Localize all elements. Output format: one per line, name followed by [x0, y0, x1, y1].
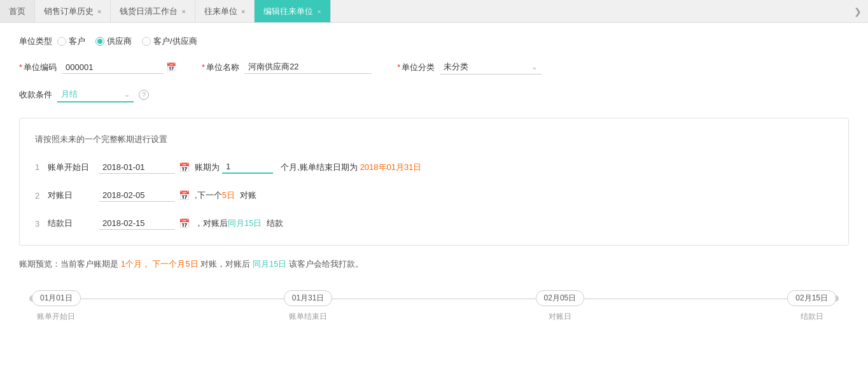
period-row2-suffix: 对账 — [240, 190, 256, 201]
timeline-item-2: 01月31日 账单结束日 — [284, 290, 333, 322]
period-row2-prefix: ,下一个 — [195, 190, 222, 201]
unit-category-required: * — [397, 62, 400, 72]
period-row-1: 1 账单开始日 📅 账期为 个月,账单结束日期为 2018年01月31日 — [35, 160, 833, 174]
tab-partner[interactable]: 往来单位 × — [195, 0, 255, 22]
tab-close-partner[interactable]: × — [241, 8, 245, 15]
unit-code-input[interactable] — [62, 61, 164, 74]
payment-condition-label: 收款条件 — [19, 89, 52, 101]
period-reconcile-calendar-icon[interactable]: 📅 — [179, 190, 190, 201]
unit-category-value: 未分类 — [444, 61, 531, 73]
period-start-date-input[interactable] — [99, 161, 175, 174]
period-row2-highlight: 5日 — [222, 190, 235, 201]
unit-code-field: * 单位编码 📅 — [19, 61, 176, 74]
preview-section: 账期预览：当前客户账期是 1个月， 下一个月5日 对账，对账后 同月15日 该客… — [19, 258, 849, 270]
unit-name-label: 单位名称 — [206, 62, 239, 73]
unit-category-arrow-icon: ⌄ — [531, 62, 538, 71]
radio-customer-label: 客户 — [69, 36, 85, 47]
radio-both-circle — [142, 37, 151, 46]
timeline-label-1: 账单开始日 — [37, 311, 75, 322]
radio-supplier-circle — [95, 37, 104, 46]
radio-customer-circle — [57, 37, 66, 46]
timeline-items: 01月01日 账单开始日 01月31日 账单结束日 02月05日 对账日 02月… — [32, 290, 836, 322]
timeline-badge-3: 02月05日 — [536, 290, 585, 306]
period-num-1: 1 — [35, 162, 48, 172]
preview-suffix: 该客户会给我打款。 — [289, 259, 363, 269]
unit-code-label: 单位编码 — [24, 62, 57, 73]
payment-condition-row: 收款条件 月结 ⌄ ? — [19, 87, 849, 102]
period-settings-box: 请按照未来的一个完整帐期进行设置 1 账单开始日 📅 账期为 个月,账单结束日期… — [19, 118, 849, 246]
unit-type-row: 单位类型 客户 供应商 客户/供应商 — [19, 36, 849, 47]
timeline-badge-4: 02月15日 — [787, 290, 836, 306]
radio-both-label: 客户/供应商 — [153, 36, 197, 47]
period-row3-suffix: 结款 — [267, 218, 283, 229]
period-payment-date-input[interactable] — [99, 217, 175, 230]
timeline-badge-1: 01月01日 — [32, 290, 81, 306]
tab-sales-history[interactable]: 销售订单历史 × — [35, 0, 111, 22]
timeline-item-4: 02月15日 结款日 — [787, 290, 836, 322]
payment-condition-select[interactable]: 月结 ⌄ — [57, 87, 134, 102]
unit-fields-row: * 单位编码 📅 * 单位名称 * 单位分类 未分类 ⌄ — [19, 60, 849, 74]
period-reconcile-date-input[interactable] — [99, 189, 175, 202]
period-field-label-2: 对账日 — [48, 190, 99, 201]
tab-home[interactable]: 首页 — [0, 0, 35, 22]
period-end-date-highlight: 2018年01月31日 — [360, 162, 422, 173]
period-row1-mid-text: 账期为 — [195, 162, 220, 173]
period-num-3: 3 — [35, 219, 48, 229]
main-content: 单位类型 客户 供应商 客户/供应商 * 单位编码 📅 * 单位名称 — [0, 23, 868, 387]
timeline-label-3: 对账日 — [549, 311, 571, 322]
unit-code-required: * — [19, 62, 22, 72]
unit-code-calendar-icon[interactable]: 📅 — [166, 62, 176, 72]
period-field-label-3: 结款日 — [48, 218, 99, 229]
tab-edit-partner[interactable]: 编辑往来单位 × — [255, 0, 330, 22]
tab-close-cash-work[interactable]: × — [181, 8, 185, 15]
unit-category-select[interactable]: 未分类 ⌄ — [440, 60, 542, 74]
preview-part2: 下一个月5日 — [152, 259, 198, 269]
radio-supplier[interactable]: 供应商 — [95, 36, 132, 47]
period-row-3: 3 结款日 📅 ，对账后 同月15日 结款 — [35, 217, 833, 230]
period-row-2: 2 对账日 📅 ,下一个 5日 对账 — [35, 189, 833, 202]
unit-type-radio-group: 客户 供应商 客户/供应商 — [57, 36, 197, 47]
unit-type-label: 单位类型 — [19, 36, 52, 47]
tab-bar: 首页 销售订单历史 × 钱货日清工作台 × 往来单位 × 编辑往来单位 × ❯ — [0, 0, 868, 23]
period-row3-highlight: 同月15日 — [228, 218, 262, 229]
preview-label: 账期预览：当前客户账期是 — [19, 259, 118, 269]
unit-name-field: * 单位名称 — [202, 61, 372, 74]
tab-close-edit-partner[interactable]: × — [317, 8, 321, 15]
unit-name-required: * — [202, 62, 205, 72]
tab-close-sales-history[interactable]: × — [97, 8, 101, 15]
period-box-title: 请按照未来的一个完整帐期进行设置 — [35, 134, 833, 145]
period-months-input[interactable] — [222, 160, 273, 174]
tab-cash-work[interactable]: 钱货日清工作台 × — [111, 0, 195, 22]
period-start-date-calendar-icon[interactable]: 📅 — [179, 162, 190, 172]
unit-category-label: 单位分类 — [402, 62, 435, 73]
unit-name-input[interactable] — [244, 61, 372, 74]
payment-condition-arrow-icon: ⌄ — [124, 90, 130, 99]
timeline-label-4: 结款日 — [801, 311, 823, 322]
payment-condition-value: 月结 — [61, 88, 124, 100]
radio-both[interactable]: 客户/供应商 — [142, 36, 197, 47]
timeline-badge-2: 01月31日 — [284, 290, 333, 306]
tab-scroll-arrow[interactable]: ❯ — [848, 6, 868, 17]
period-field-label-1: 账单开始日 — [48, 162, 99, 173]
timeline-item-1: 01月01日 账单开始日 — [32, 290, 81, 322]
help-icon[interactable]: ? — [139, 90, 149, 100]
period-num-2: 2 — [35, 191, 48, 201]
timeline-item-3: 02月05日 对账日 — [536, 290, 585, 322]
preview-middle: 对账，对账后 — [200, 259, 250, 269]
period-row3-prefix: ，对账后 — [195, 218, 228, 229]
period-row1-unit-text: 个月,账单结束日期为 — [281, 162, 358, 173]
unit-category-field: * 单位分类 未分类 ⌄ — [397, 60, 542, 74]
timeline-wrapper: 01月01日 账单开始日 01月31日 账单结束日 02月05日 对账日 02月… — [19, 285, 849, 348]
preview-part1: 1个月， — [121, 259, 150, 269]
radio-customer[interactable]: 客户 — [57, 36, 85, 47]
radio-supplier-label: 供应商 — [107, 36, 132, 47]
preview-part3: 同月15日 — [253, 259, 286, 269]
period-payment-calendar-icon[interactable]: 📅 — [179, 218, 190, 229]
timeline-label-2: 账单结束日 — [289, 311, 327, 322]
